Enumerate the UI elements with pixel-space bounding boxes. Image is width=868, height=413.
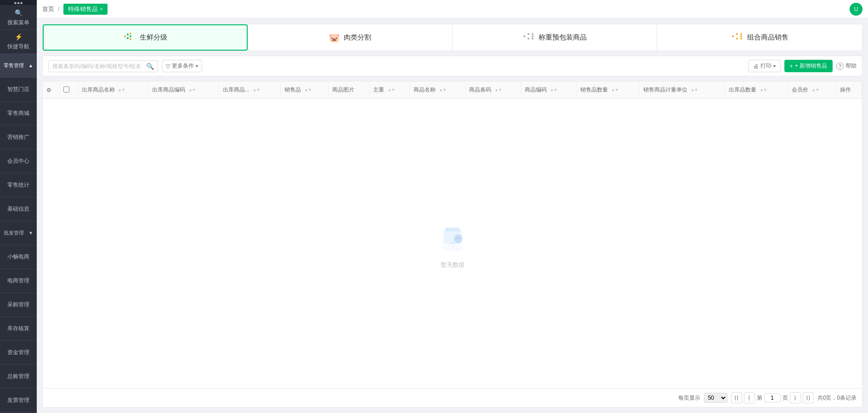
svg-point-15	[740, 33, 742, 35]
close-tab-button[interactable]: ×	[100, 6, 103, 12]
per-page-select[interactable]: 20 50 100	[704, 393, 727, 403]
col-checkbox[interactable]	[59, 81, 78, 99]
sidebar-item-retail-mgmt[interactable]: 零售管理 ▲	[0, 54, 37, 78]
main-content: 首页 / 特殊销售品 × U	[37, 0, 868, 413]
fresh-grade-icon	[123, 32, 136, 43]
sort-main-weight-icon[interactable]: ▲▼	[388, 88, 395, 92]
sidebar-item-member-center[interactable]: 会员中心	[0, 149, 37, 173]
sidebar-item-inventory[interactable]: 库存核算	[0, 317, 37, 341]
svg-point-12	[732, 35, 734, 37]
sort-sales-unit-icon[interactable]: ▲▼	[691, 88, 698, 92]
sort-out-name-icon[interactable]: ▲▼	[118, 88, 125, 92]
sort-sales-product-icon[interactable]: ▲▼	[305, 88, 312, 92]
sidebar-item-search-menu[interactable]: 🔍 搜索菜单	[0, 6, 37, 30]
help-button[interactable]: ? 帮助	[836, 62, 857, 70]
col-sales-qty[interactable]: 销售品数量 ▲▼	[576, 81, 639, 99]
col-sales-unit[interactable]: 销售商品计量单位 ▲▼	[639, 81, 725, 99]
sidebar-item-quick-nav[interactable]: ⚡ 快捷导航	[0, 30, 37, 54]
tab-fresh-grade[interactable]: 生鲜分级	[43, 24, 248, 51]
col-out-spec[interactable]: 出库商品... ▲▼	[219, 81, 280, 99]
sidebar-item-retail-mall[interactable]: 零售商城	[0, 102, 37, 126]
home-link[interactable]: 首页	[42, 5, 54, 13]
sidebar-item-smart-store[interactable]: 智慧门店	[0, 78, 37, 102]
last-page-button[interactable]: ⟩⟩	[803, 392, 814, 403]
svg-point-3	[130, 33, 131, 34]
sidebar-item-finance[interactable]: 资金管理	[0, 341, 37, 365]
active-tab-tag: 特殊销售品 ×	[63, 4, 108, 15]
svg-point-8	[528, 38, 529, 40]
retail-mgmt-arrow-icon: ▲	[28, 63, 33, 69]
col-out-code[interactable]: 出库商品编码 ▲▼	[148, 81, 219, 99]
sidebar-item-basic-info[interactable]: 基础信息	[0, 197, 37, 221]
svg-point-7	[528, 33, 529, 35]
col-action: 操作	[836, 81, 862, 99]
sort-sales-qty-icon[interactable]: ▲▼	[611, 88, 618, 92]
sort-out-qty-icon[interactable]: ▲▼	[760, 88, 767, 92]
page-navigation: ⟨⟨ ⟨ 第 页 ⟩ ⟩⟩	[731, 392, 814, 403]
search-menu-icon: 🔍	[15, 9, 23, 18]
quick-nav-icon: ⚡	[15, 33, 23, 42]
search-input[interactable]	[52, 63, 144, 69]
sidebar-item-general-ledger[interactable]: 总账管理	[0, 365, 37, 389]
sidebar-item-purchase-mgmt[interactable]: 采购管理	[0, 293, 37, 317]
next-page-button[interactable]: ⟩	[790, 392, 801, 403]
help-icon: ?	[836, 63, 844, 70]
data-table-container: ⚙ 出库商品名称 ▲▼ 出库商品编码 ▲▼ 出库	[42, 81, 862, 407]
meat-cut-icon: 🐷	[329, 32, 340, 43]
search-icon: 🔍	[146, 63, 154, 70]
category-tabs: 生鲜分级 🐷 肉类分割 称重预包装商品	[42, 24, 862, 51]
print-button[interactable]: 🖨 打印 ▾	[748, 60, 781, 72]
svg-point-11	[532, 38, 533, 40]
sidebar: ●●● 🔍 搜索菜单 ⚡ 快捷导航 零售管理 ▲ 智慧门店 零售商城 营销推广 …	[0, 0, 37, 413]
pagination: 每页显示 20 50 100 ⟨⟨ ⟨ 第 页 ⟩ ⟩⟩ 共0页，0条记录	[43, 388, 862, 407]
svg-point-14	[736, 38, 738, 40]
sort-out-spec-icon[interactable]: ▲▼	[253, 88, 260, 92]
sidebar-item-sales-promo[interactable]: 营销推广	[0, 126, 37, 149]
data-table: ⚙ 出库商品名称 ▲▼ 出库商品编码 ▲▼ 出库	[43, 81, 862, 99]
sidebar-item-wholesale-mgmt[interactable]: 批发管理 ▼	[0, 221, 37, 245]
svg-point-10	[532, 35, 533, 37]
tab-meat-cut[interactable]: 🐷 肉类分割	[248, 24, 453, 51]
breadcrumb: 首页 / 特殊销售品 ×	[42, 4, 108, 15]
col-out-qty[interactable]: 出库品数量 ▲▼	[725, 81, 788, 99]
user-avatar: U	[850, 3, 862, 16]
col-settings[interactable]: ⚙	[43, 81, 59, 99]
filter-button[interactable]: ▽ 更多条件 ▾	[162, 60, 202, 72]
sidebar-item-ecom-mgmt[interactable]: 电商管理	[0, 269, 37, 293]
sort-out-code-icon[interactable]: ▲▼	[188, 88, 196, 92]
svg-point-18	[442, 245, 464, 251]
svg-point-5	[130, 38, 131, 40]
svg-point-6	[523, 35, 525, 37]
sidebar-item-invoice-mgmt[interactable]: 发票管理	[0, 389, 37, 413]
page-container: 生鲜分级 🐷 肉类分割 称重预包装商品	[37, 18, 868, 413]
svg-point-0	[124, 35, 126, 37]
tab-combo[interactable]: 组合商品销售	[657, 24, 862, 51]
topbar: 首页 / 特殊销售品 × U	[37, 0, 868, 18]
sidebar-item-retail-stats[interactable]: 零售统计	[0, 173, 37, 197]
svg-rect-20	[445, 228, 460, 231]
add-product-button[interactable]: + + 新增销售品	[784, 60, 833, 72]
tab-weight-pack[interactable]: 称重预包装商品	[453, 24, 658, 51]
page-input[interactable]	[764, 393, 781, 402]
col-member-price[interactable]: 会员价 ▲▼	[788, 81, 836, 99]
sort-product-code-icon[interactable]: ▲▼	[550, 88, 557, 92]
sort-product-name-icon[interactable]: ▲▼	[439, 88, 447, 92]
svg-point-17	[740, 38, 742, 40]
prev-page-button[interactable]: ⟨	[744, 392, 755, 403]
sort-member-price-icon[interactable]: ▲▼	[812, 88, 819, 92]
select-all-checkbox[interactable]	[63, 86, 69, 92]
col-product-img: 商品图片	[329, 81, 369, 99]
col-sales-product[interactable]: 销售品 ▲▼	[281, 81, 329, 99]
col-product-code[interactable]: 商品编码 ▲▼	[521, 81, 576, 99]
sidebar-item-mini-ecom[interactable]: 小畅电商	[0, 245, 37, 269]
combo-icon	[731, 32, 743, 43]
svg-point-9	[532, 33, 533, 35]
page-goto-label: 第	[757, 394, 762, 402]
col-product-name[interactable]: 商品名称 ▲▼	[410, 81, 465, 99]
col-out-name[interactable]: 出库商品名称 ▲▼	[78, 81, 148, 99]
svg-point-1	[127, 34, 129, 35]
col-product-barcode[interactable]: 商品条码 ▲▼	[465, 81, 521, 99]
first-page-button[interactable]: ⟨⟨	[731, 392, 742, 403]
sort-product-barcode-icon[interactable]: ▲▼	[494, 88, 502, 92]
col-main-weight[interactable]: 主重 ▲▼	[369, 81, 410, 99]
